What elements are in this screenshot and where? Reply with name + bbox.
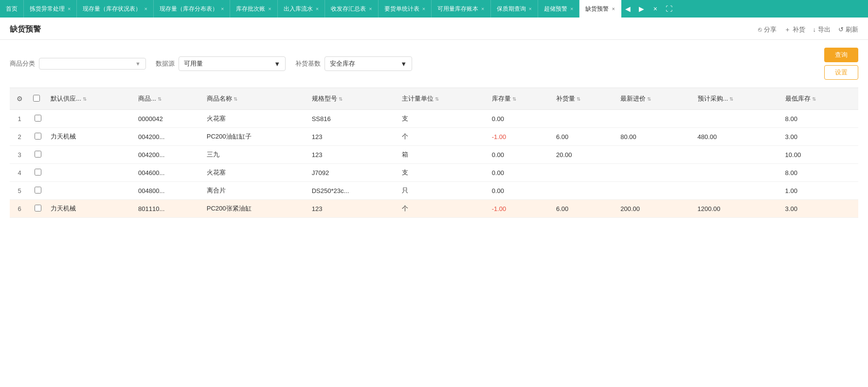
- cell-supplier: [47, 182, 134, 200]
- cell-unit: 只: [398, 182, 488, 200]
- close-tab-shortage[interactable]: ×: [612, 6, 615, 12]
- datasource-value: 可用量: [184, 59, 203, 68]
- sort-est-purchase-icon[interactable]: ⇅: [729, 96, 733, 102]
- cell-spec: DS250*23c...: [308, 182, 398, 200]
- close-tab-overstock[interactable]: ×: [570, 6, 573, 12]
- col-check: [29, 88, 47, 110]
- cell-min-stock: 3.00: [781, 128, 858, 146]
- row-checkbox[interactable]: [35, 205, 41, 211]
- row-checkbox-cell: [29, 164, 47, 182]
- refresh-action[interactable]: ↺ 刷新: [838, 25, 858, 34]
- tab-next-button[interactable]: ▶: [635, 0, 649, 18]
- category-select[interactable]: ▼: [39, 58, 146, 70]
- tab-demand-stats[interactable]: 要货单统计表 ×: [379, 0, 432, 18]
- col-unit: 主计量单位 ⇅: [398, 88, 488, 110]
- cell-latest-price: 200.00: [616, 200, 693, 218]
- tab-home[interactable]: 首页: [0, 0, 24, 18]
- col-stock: 库存量 ⇅: [488, 88, 552, 110]
- sort-spec-icon[interactable]: ⇅: [339, 96, 343, 102]
- cell-product-name: 火花塞: [203, 164, 308, 182]
- datasource-filter-group: 数据源 可用量 ▼: [156, 56, 286, 71]
- data-table: ⚙ 默认供应... ⇅ 商品... ⇅: [10, 88, 858, 218]
- cell-product-id: 004200...: [134, 128, 203, 146]
- sort-product-id-icon[interactable]: ⇅: [158, 96, 162, 102]
- cell-stock: 0.00: [488, 110, 552, 128]
- close-tab-receive-summary[interactable]: ×: [369, 6, 372, 12]
- table-wrapper: ⚙ 默认供应... ⇅ 商品... ⇅: [0, 88, 868, 218]
- sort-min-stock-icon[interactable]: ⇅: [812, 96, 816, 102]
- close-tab-demand-stats[interactable]: ×: [422, 6, 425, 12]
- replenish-select[interactable]: 安全库存 ▼: [325, 56, 412, 71]
- tab-prev-button[interactable]: ◀: [621, 0, 635, 18]
- cell-replenish: [552, 164, 616, 182]
- table-row: 3 004200... 三九 123 箱 0.00 20.00 10.00: [10, 146, 858, 164]
- select-all-checkbox[interactable]: [33, 95, 40, 102]
- table-row: 1 0000042 火花塞 SS816 支 0.00 8.00: [10, 110, 858, 128]
- close-tab-available-ledger[interactable]: ×: [481, 6, 484, 12]
- close-tab-inventory-dist[interactable]: ×: [221, 6, 224, 12]
- cell-supplier: [47, 146, 134, 164]
- sort-replenish-icon[interactable]: ⇅: [577, 96, 580, 102]
- close-tab-inventory-status[interactable]: ×: [144, 6, 147, 12]
- sort-latest-price-icon[interactable]: ⇅: [647, 96, 651, 102]
- cell-latest-price: [616, 164, 693, 182]
- tab-overstock[interactable]: 超储预警 ×: [538, 0, 579, 18]
- cell-stock: 0.00: [488, 164, 552, 182]
- col-latest-price: 最新进价 ⇅: [616, 88, 693, 110]
- category-label: 商品分类: [10, 59, 35, 68]
- cell-supplier: 力天机械: [47, 200, 134, 218]
- sort-unit-icon[interactable]: ⇅: [435, 96, 439, 102]
- tab-abnormal[interactable]: 拣货异常处理 ×: [24, 0, 77, 18]
- tab-bar: 首页 拣货异常处理 × 现存量（库存状况表） × 现存量（库存分布表） × 库存…: [0, 0, 868, 18]
- datasource-select[interactable]: 可用量 ▼: [179, 56, 286, 71]
- table-row: 5 004800... 离合片 DS250*23c... 只 0.00 1.00: [10, 182, 858, 200]
- row-checkbox[interactable]: [35, 133, 41, 140]
- row-checkbox[interactable]: [35, 187, 41, 194]
- sort-supplier-icon[interactable]: ⇅: [83, 96, 87, 102]
- tab-expiry-query[interactable]: 保质期查询 ×: [491, 0, 538, 18]
- export-action[interactable]: ↓ 导出: [813, 25, 831, 34]
- sort-product-name-icon[interactable]: ⇅: [234, 96, 237, 102]
- tab-batch-account[interactable]: 库存批次账 ×: [230, 0, 277, 18]
- cell-unit: 个: [398, 128, 488, 146]
- tab-inout-flow[interactable]: 出入库流水 ×: [278, 0, 325, 18]
- fullscreen-button[interactable]: ⛶: [662, 0, 676, 18]
- row-checkbox[interactable]: [35, 151, 41, 158]
- datasource-arrow-icon: ▼: [274, 60, 280, 68]
- tab-receive-summary[interactable]: 收发存汇总表 ×: [325, 0, 378, 18]
- table-gear-icon[interactable]: ⚙: [14, 93, 25, 105]
- close-tab-abnormal[interactable]: ×: [68, 6, 71, 12]
- refresh-icon: ↺: [838, 26, 844, 33]
- cell-est-purchase: [694, 164, 781, 182]
- row-checkbox-cell: [29, 146, 47, 164]
- close-tab-batch-account[interactable]: ×: [268, 6, 271, 12]
- row-number: 3: [10, 146, 29, 164]
- share-action[interactable]: ⎋ 分享: [758, 25, 777, 34]
- cell-product-id: 004200...: [134, 146, 203, 164]
- table-row: 6 力天机械 801110... PC200张紧油缸 123 个 -1.00 6…: [10, 200, 858, 218]
- col-supplier: 默认供应... ⇅: [47, 88, 134, 110]
- cell-spec: 123: [308, 128, 398, 146]
- cell-spec: 123: [308, 146, 398, 164]
- tab-available-ledger[interactable]: 可用量库存账本 ×: [432, 0, 490, 18]
- tab-shortage[interactable]: 缺货预警 ×: [579, 0, 621, 18]
- row-checkbox[interactable]: [35, 115, 41, 122]
- col-spec: 规格型号 ⇅: [308, 88, 398, 110]
- cell-product-name: PC200张紧油缸: [203, 200, 308, 218]
- col-product-id: 商品... ⇅: [134, 88, 203, 110]
- replenish-action[interactable]: ＋ 补货: [784, 25, 805, 34]
- tab-inventory-status[interactable]: 现存量（库存状况表） ×: [77, 0, 153, 18]
- sort-stock-icon[interactable]: ⇅: [512, 96, 516, 102]
- page-title: 缺货预警: [10, 24, 41, 35]
- cell-replenish: 20.00: [552, 146, 616, 164]
- settings-button[interactable]: 设置: [824, 65, 858, 80]
- cell-stock: 0.00: [488, 182, 552, 200]
- close-tab-expiry-query[interactable]: ×: [529, 6, 532, 12]
- close-tab-inout-flow[interactable]: ×: [316, 6, 319, 12]
- query-button[interactable]: 查询: [824, 48, 858, 62]
- close-all-button[interactable]: ×: [649, 0, 662, 18]
- row-checkbox-cell: [29, 110, 47, 128]
- replenish-label: 补货基数: [295, 59, 321, 68]
- tab-inventory-dist[interactable]: 现存量（库存分布表） ×: [154, 0, 230, 18]
- row-checkbox[interactable]: [35, 169, 41, 176]
